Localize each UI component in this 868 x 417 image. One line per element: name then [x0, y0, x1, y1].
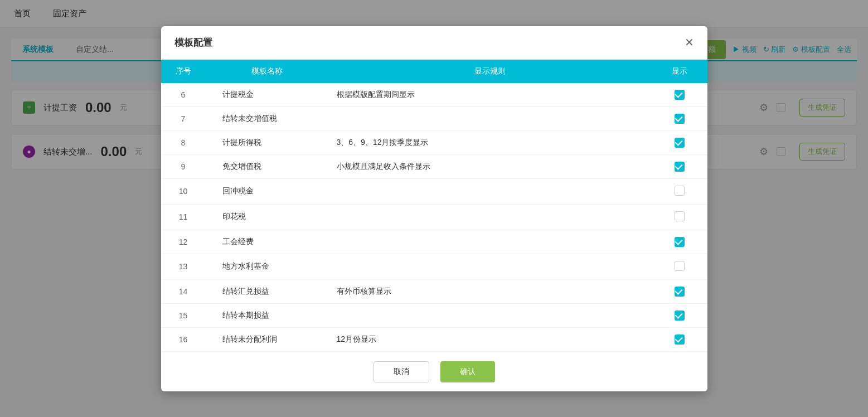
cell-rule — [328, 204, 652, 230]
cell-checkbox — [652, 279, 707, 303]
cell-rule — [328, 106, 652, 130]
col-header-name: 模板名称 — [206, 60, 328, 83]
table-row: 11印花税 — [161, 204, 707, 230]
cell-checkbox — [652, 327, 707, 351]
checkbox-unchecked[interactable] — [675, 211, 685, 221]
cell-checkbox — [652, 130, 707, 154]
table-row: 14结转汇兑损益有外币核算显示 — [161, 279, 707, 303]
cell-checkbox — [652, 178, 707, 204]
cell-seq: 15 — [161, 303, 206, 327]
cell-seq: 6 — [161, 83, 206, 107]
table-header-row: 序号 模板名称 显示规则 显示 — [161, 60, 707, 83]
cell-name: 结转汇兑损益 — [206, 279, 328, 303]
cell-rule: 根据模版配置期间显示 — [328, 83, 652, 107]
cell-name: 印花税 — [206, 204, 328, 230]
cell-name: 计提所得税 — [206, 130, 328, 154]
dialog-title: 模板配置 — [174, 36, 212, 49]
cell-rule: 3、6、9、12月按季度显示 — [328, 130, 652, 154]
table-row: 8计提所得税3、6、9、12月按季度显示 — [161, 130, 707, 154]
cell-checkbox — [652, 303, 707, 327]
cell-checkbox — [652, 204, 707, 230]
checkbox-checked[interactable] — [675, 311, 685, 321]
checkbox-checked[interactable] — [675, 237, 685, 247]
checkbox-checked[interactable] — [675, 287, 685, 297]
cell-name: 结转未交增值税 — [206, 106, 328, 130]
dialog-footer: 取消 确认 — [161, 352, 707, 391]
cell-rule: 小规模且满足收入条件显示 — [328, 154, 652, 178]
cell-seq: 11 — [161, 204, 206, 230]
checkbox-unchecked[interactable] — [675, 261, 685, 271]
cell-name: 工会经费 — [206, 230, 328, 254]
table-row: 15结转本期损益 — [161, 303, 707, 327]
modal-overlay: 模板配置 ✕ 序号 模板名称 显示规则 显示 6计提税金根据模版配置期间显示7结… — [0, 0, 868, 417]
cell-seq: 16 — [161, 327, 206, 351]
cell-seq: 9 — [161, 154, 206, 178]
checkbox-checked[interactable] — [675, 162, 685, 172]
cell-checkbox — [652, 154, 707, 178]
table-row: 6计提税金根据模版配置期间显示 — [161, 83, 707, 107]
cell-seq: 14 — [161, 279, 206, 303]
table-row: 13地方水利基金 — [161, 254, 707, 279]
table-row: 7结转未交增值税 — [161, 106, 707, 130]
table-row: 10回冲税金 — [161, 178, 707, 204]
cell-seq: 10 — [161, 178, 206, 204]
table-row: 16结转未分配利润12月份显示 — [161, 327, 707, 351]
cell-checkbox — [652, 83, 707, 107]
confirm-button[interactable]: 确认 — [440, 361, 495, 382]
checkbox-checked[interactable] — [675, 334, 685, 345]
cell-name: 计提税金 — [206, 83, 328, 107]
cell-checkbox — [652, 254, 707, 279]
table-row: 12工会经费 — [161, 230, 707, 254]
dialog-template-config: 模板配置 ✕ 序号 模板名称 显示规则 显示 6计提税金根据模版配置期间显示7结… — [161, 26, 707, 391]
config-table: 序号 模板名称 显示规则 显示 6计提税金根据模版配置期间显示7结转未交增值税8… — [161, 60, 707, 352]
cell-rule: 12月份显示 — [328, 327, 652, 351]
cell-name: 免交增值税 — [206, 154, 328, 178]
checkbox-unchecked[interactable] — [675, 186, 685, 196]
cell-seq: 13 — [161, 254, 206, 279]
cell-checkbox — [652, 230, 707, 254]
col-header-seq: 序号 — [161, 60, 206, 83]
close-icon[interactable]: ✕ — [685, 37, 694, 48]
cell-checkbox — [652, 106, 707, 130]
col-header-rule: 显示规则 — [328, 60, 652, 83]
cell-name: 结转未分配利润 — [206, 327, 328, 351]
table-row: 9免交增值税小规模且满足收入条件显示 — [161, 154, 707, 178]
checkbox-checked[interactable] — [675, 138, 685, 148]
dialog-header: 模板配置 ✕ — [161, 26, 707, 60]
cell-name: 回冲税金 — [206, 178, 328, 204]
cell-seq: 7 — [161, 106, 206, 130]
checkbox-checked[interactable] — [675, 90, 685, 100]
cell-seq: 8 — [161, 130, 206, 154]
cell-name: 地方水利基金 — [206, 254, 328, 279]
cell-rule — [328, 303, 652, 327]
cell-seq: 12 — [161, 230, 206, 254]
col-header-display: 显示 — [652, 60, 707, 83]
cancel-button[interactable]: 取消 — [374, 361, 429, 382]
cell-name: 结转本期损益 — [206, 303, 328, 327]
cell-rule — [328, 230, 652, 254]
dialog-body: 序号 模板名称 显示规则 显示 6计提税金根据模版配置期间显示7结转未交增值税8… — [161, 60, 707, 352]
cell-rule — [328, 178, 652, 204]
cell-rule: 有外币核算显示 — [328, 279, 652, 303]
cell-rule — [328, 254, 652, 279]
checkbox-checked[interactable] — [675, 114, 685, 124]
